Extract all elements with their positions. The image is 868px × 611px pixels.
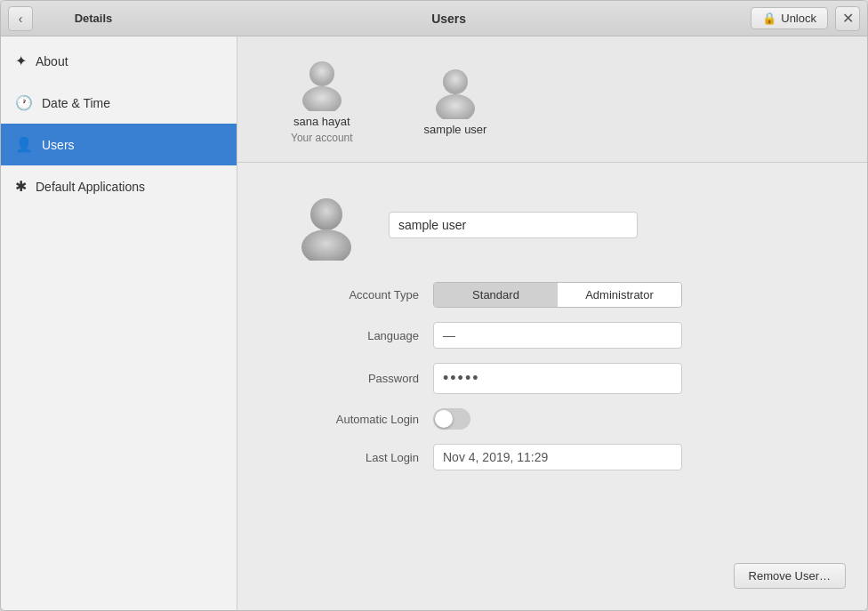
sana-subtitle: Your account [291,132,353,144]
lock-icon: 🔒 [762,12,776,25]
password-control: ••••• [433,363,682,394]
sidebar-item-users-label: Users [42,138,75,152]
remove-user-button[interactable]: Remove User… [734,563,846,589]
language-field[interactable]: — [433,322,682,349]
close-button[interactable]: ✕ [835,6,860,31]
svg-point-5 [301,229,351,261]
last-login-control: Nov 4, 2019, 11:29 [433,444,682,470]
svg-point-4 [310,198,342,230]
standard-btn[interactable]: Standard [434,283,558,307]
sidebar-item-datetime[interactable]: 🕐 Date & Time [1,82,237,124]
default-apps-icon: ✱ [15,178,27,195]
sidebar-item-about-label: About [36,54,68,68]
sample-name: sample user [424,123,487,136]
avatar-sample [427,62,484,119]
clock-icon: 🕐 [15,94,33,111]
last-login-label: Last Login [291,451,433,464]
auto-login-toggle[interactable] [433,408,470,430]
avatar-sana [293,54,350,111]
account-type-control: Standard Administrator [433,282,682,308]
sidebar-item-about[interactable]: ✦ About [1,40,237,82]
close-icon: ✕ [842,10,854,27]
sidebar-item-default-apps-label: Default Applications [36,180,145,194]
detail-avatar [291,189,362,261]
account-type-row: Account Type Standard Administrator [291,282,814,308]
user-cards-header: sana hayat Your account [237,36,867,163]
username-input[interactable] [389,212,638,238]
auto-login-label: Automatic Login [291,413,433,426]
page-title: Users [147,12,751,26]
app-window: ‹ Details Users 🔒 Unlock ✕ ✦ About 🕐 Dat… [0,0,868,611]
unlock-button[interactable]: 🔒 Unlock [751,7,828,29]
auto-login-control [433,408,682,430]
password-row: Password ••••• [291,363,814,394]
administrator-btn[interactable]: Administrator [558,283,681,307]
svg-point-2 [443,69,468,94]
language-control: — [433,322,682,349]
details-title: Details [40,12,147,25]
sidebar-item-default-applications[interactable]: ✱ Default Applications [1,165,237,207]
account-type-toggle: Standard Administrator [433,282,682,308]
sidebar-item-datetime-label: Date & Time [42,96,110,110]
user-card-sample[interactable]: sample user [424,62,487,136]
sidebar-item-users[interactable]: 👤 Users [1,124,237,165]
language-row: Language — [291,322,814,349]
sana-name: sana hayat [293,115,350,128]
back-icon: ‹ [19,12,23,26]
unlock-label: Unlock [781,12,816,25]
password-label: Password [291,372,433,385]
user-card-sana[interactable]: sana hayat Your account [291,54,353,144]
content-area: sana hayat Your account [237,36,867,610]
svg-point-3 [436,94,475,119]
back-button[interactable]: ‹ [8,6,33,31]
detail-panel: Account Type Standard Administrator Lang… [237,163,867,610]
titlebar: ‹ Details Users 🔒 Unlock ✕ [1,1,867,36]
main-content: ✦ About 🕐 Date & Time 👤 Users ✱ Default … [1,36,867,610]
last-login-field: Nov 4, 2019, 11:29 [433,444,682,470]
titlebar-controls: 🔒 Unlock ✕ [751,6,860,31]
about-icon: ✦ [15,52,27,69]
last-login-row: Last Login Nov 4, 2019, 11:29 [291,444,814,470]
svg-point-0 [309,61,334,86]
password-field[interactable]: ••••• [433,363,682,394]
language-label: Language [291,329,433,342]
account-type-label: Account Type [291,288,433,301]
svg-point-1 [302,86,342,111]
user-detail-header [291,189,814,261]
auto-login-row: Automatic Login [291,408,814,430]
users-icon: 👤 [15,136,33,153]
sidebar: ✦ About 🕐 Date & Time 👤 Users ✱ Default … [1,36,237,610]
